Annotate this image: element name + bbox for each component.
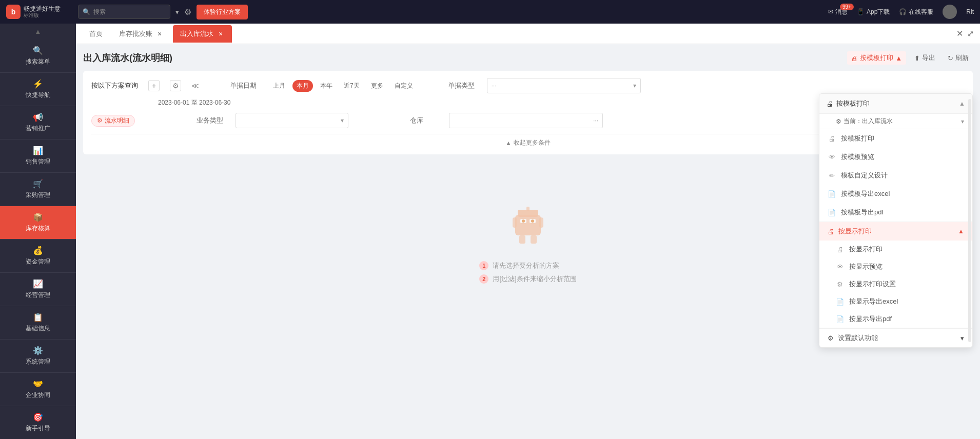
doc-type-select[interactable]: ··· ▾ bbox=[487, 78, 641, 93]
sidebar-item-newbie[interactable]: 🎯 新手引导 bbox=[0, 406, 76, 439]
filter-settings-button[interactable]: ⚙ bbox=[170, 80, 181, 91]
display-section-arrow: ▲ bbox=[958, 228, 964, 235]
finance-icon: 💰 bbox=[33, 246, 43, 255]
dropdown-item-display-pdf[interactable]: 📄 按显示导出pdf bbox=[819, 310, 972, 328]
filter-add-button[interactable]: + bbox=[148, 80, 160, 91]
template-print-item-icon: 🖨 bbox=[828, 134, 836, 143]
header-search-box[interactable]: 🔍 搜索 bbox=[78, 5, 170, 19]
sidebar-item-system[interactable]: ⚙️ 系统管理 bbox=[0, 340, 76, 373]
date-tab-last-month[interactable]: 上月 bbox=[269, 80, 289, 92]
dropdown-item-display-excel[interactable]: 📄 按显示导出excel bbox=[819, 293, 972, 310]
svg-rect-0 bbox=[515, 215, 541, 235]
username-label: Rit bbox=[966, 8, 974, 15]
filter-collapse-button[interactable]: ≪ bbox=[191, 82, 199, 90]
online-service-button[interactable]: 🎧 在线客服 bbox=[899, 8, 933, 16]
collapse-more-button[interactable]: ▲ 收起更多条件 bbox=[505, 138, 551, 147]
printer-icon: 🖨 bbox=[851, 54, 858, 62]
display-preview-icon: 👁 bbox=[836, 263, 844, 271]
dropdown-item-template-pdf[interactable]: 📄 按模板导出pdf bbox=[819, 203, 972, 222]
sidebar-item-sales[interactable]: 📊 销售管理 bbox=[0, 139, 76, 173]
business-type-select[interactable]: ▾ bbox=[236, 113, 348, 128]
date-field-label: 单据日期 bbox=[230, 81, 259, 90]
sidebar-item-purchase[interactable]: 🛒 采购管理 bbox=[0, 173, 76, 206]
export-button[interactable]: ⬆ 导出 bbox=[910, 51, 939, 65]
svg-rect-4 bbox=[526, 207, 530, 211]
dropdown-scrollbar[interactable] bbox=[968, 99, 971, 342]
marketing-icon: 📢 bbox=[33, 112, 43, 122]
quick-nav-icon: ⚡ bbox=[33, 79, 43, 89]
content-area: 首页 库存批次账 × 出入库流水 × ✕ ⤢ 出入库流水(流水明细) bbox=[76, 24, 980, 439]
dropdown-item-display-print[interactable]: 🖨 按显示打印 bbox=[819, 241, 972, 258]
template-custom-icon: ✏ bbox=[828, 171, 836, 179]
header-settings-icon[interactable]: ⚙ bbox=[184, 7, 191, 17]
date-tab-this-month[interactable]: 本月 bbox=[292, 80, 313, 92]
template-print-button[interactable]: 🖨 按模板打印 ▲ bbox=[847, 51, 906, 65]
dropdown-set-default-button[interactable]: ⚙ 设置默认功能 ▾ bbox=[819, 329, 972, 347]
tab-close-all-icon[interactable]: ✕ bbox=[956, 29, 963, 38]
dropdown-section-display-header[interactable]: 🖨 按显示打印 ▲ bbox=[819, 222, 972, 241]
doc-type-label: 单据类型 bbox=[448, 81, 477, 90]
message-button[interactable]: ✉ 消息 99+ bbox=[828, 8, 848, 16]
date-tab-custom[interactable]: 自定义 bbox=[390, 80, 417, 92]
sidebar-item-marketing[interactable]: 📢 营销推广 bbox=[0, 106, 76, 139]
sidebar-scroll-up[interactable]: ▲ bbox=[0, 24, 76, 39]
warehouse-label: 仓库 bbox=[410, 116, 439, 125]
dropdown-item-display-preview[interactable]: 👁 按显示预览 bbox=[819, 258, 972, 275]
dropdown-item-template-print[interactable]: 🖨 按模板打印 bbox=[819, 129, 972, 148]
warehouse-select[interactable]: ··· bbox=[449, 113, 603, 128]
refresh-button[interactable]: ↻ 刷新 bbox=[944, 51, 973, 65]
dropdown-item-template-custom[interactable]: ✏ 模板自定义设计 bbox=[819, 166, 972, 185]
date-tab-more[interactable]: 更多 bbox=[367, 80, 387, 92]
phone-icon: 📱 bbox=[857, 8, 865, 15]
dropdown-current-label: ⚙ 当前：出入库流水 ▾ bbox=[819, 114, 972, 129]
sidebar-item-inventory[interactable]: 📦 库存核算 bbox=[0, 206, 76, 240]
sidebar-item-basic-info[interactable]: 📋 基础信息 bbox=[0, 306, 76, 340]
refresh-icon: ↻ bbox=[948, 54, 953, 62]
sidebar-item-finance[interactable]: 💰 资金管理 bbox=[0, 240, 76, 273]
empty-steps: 1 请先选择要分析的方案 2 用[过滤]条件来缩小分析范围 bbox=[479, 261, 576, 284]
search-icon: 🔍 bbox=[83, 8, 90, 15]
svg-rect-7 bbox=[519, 235, 525, 244]
trial-button[interactable]: 体验行业方案 bbox=[197, 5, 248, 19]
app-download-button[interactable]: 📱 App下载 bbox=[857, 8, 890, 16]
filter-chip-flow[interactable]: ⚙ 流水明细 bbox=[91, 115, 135, 127]
svg-rect-3 bbox=[518, 210, 538, 217]
user-avatar[interactable] bbox=[943, 5, 957, 19]
sidebar-item-cooperation[interactable]: 🤝 企业协同 bbox=[0, 373, 76, 406]
main-layout: ▲ 🔍 搜索菜单 ⚡ 快捷导航 📢 营销推广 📊 销售管理 🛒 采购管理 📦 库… bbox=[0, 24, 980, 439]
dropdown-header: 🖨 按模板打印 ▲ bbox=[819, 94, 972, 114]
svg-point-10 bbox=[531, 220, 534, 223]
sidebar-item-quick-nav[interactable]: ⚡ 快捷导航 bbox=[0, 73, 76, 106]
tab-maximize-icon[interactable]: ⤢ bbox=[967, 29, 974, 38]
date-tab-7days[interactable]: 近7天 bbox=[340, 80, 364, 92]
dropdown-item-display-print-settings[interactable]: ⚙ 按显示打印设置 bbox=[819, 275, 972, 293]
basic-info-icon: 📋 bbox=[33, 312, 43, 322]
message-badge: 99+ bbox=[840, 4, 854, 10]
page-content: 出入库流水(流水明细) 🖨 按模板打印 ▲ ⬆ 导出 ↻ 刷新 bbox=[76, 44, 980, 439]
svg-point-9 bbox=[522, 220, 525, 223]
dropdown-item-template-preview[interactable]: 👁 按模板预览 bbox=[819, 148, 972, 166]
svg-rect-8 bbox=[531, 235, 537, 244]
dropdown-item-template-excel[interactable]: 📄 按模板导出excel bbox=[819, 185, 972, 203]
date-filter: 上月 本月 本年 近7天 更多 自定义 bbox=[269, 80, 417, 92]
operations-icon: 📈 bbox=[33, 279, 43, 289]
dropdown-collapse-arrow[interactable]: ▲ bbox=[959, 100, 965, 107]
page-actions-right: 🖨 按模板打印 ▲ ⬆ 导出 ↻ 刷新 bbox=[847, 51, 973, 65]
tab-home[interactable]: 首页 bbox=[82, 25, 110, 43]
tab-batch-account-close[interactable]: × bbox=[155, 30, 164, 38]
newbie-icon: 🎯 bbox=[33, 412, 43, 422]
system-icon: ⚙️ bbox=[33, 346, 43, 355]
header-search-dropdown[interactable]: ▾ bbox=[175, 8, 179, 16]
tab-flow-close[interactable]: × bbox=[217, 30, 225, 38]
sidebar-item-operations[interactable]: 📈 经营管理 bbox=[0, 273, 76, 306]
tab-batch-account[interactable]: 库存批次账 × bbox=[112, 25, 171, 43]
template-excel-icon: 📄 bbox=[828, 190, 836, 198]
business-type-label: 业务类型 bbox=[197, 116, 225, 125]
template-pdf-icon: 📄 bbox=[828, 208, 836, 216]
set-default-arrow: ▾ bbox=[961, 334, 964, 342]
date-tab-this-year[interactable]: 本年 bbox=[316, 80, 337, 92]
tab-flow[interactable]: 出入库流水 × bbox=[173, 25, 232, 43]
sidebar-item-search[interactable]: 🔍 搜索菜单 bbox=[0, 39, 76, 73]
filter-settings-icon: ⚙ bbox=[172, 82, 179, 90]
empty-step-1: 1 请先选择要分析的方案 bbox=[479, 261, 576, 270]
